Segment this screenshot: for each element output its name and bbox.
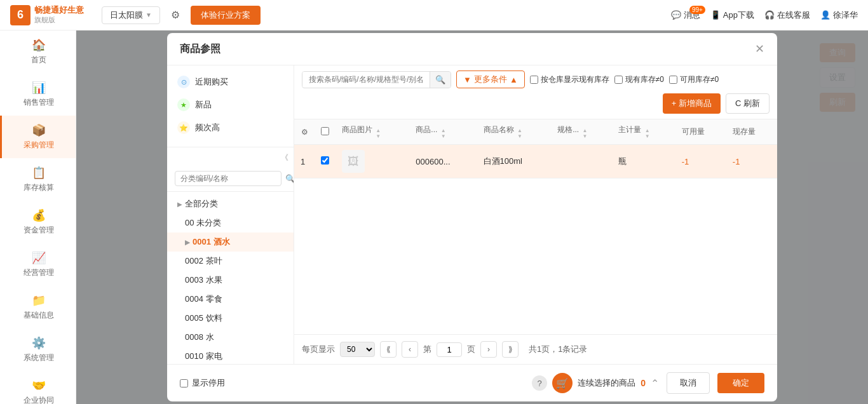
sidebar-item-sales-label: 销售管理	[24, 97, 54, 108]
topbar: 6 畅捷通好生意 旗舰版 日太阳膜 ▼ ⚙ 体验行业方案 💬 消息 99+ 📱 …	[0, 0, 868, 30]
message-icon: 💬	[671, 10, 681, 20]
sidebar-item-basic-label: 基础信息	[24, 310, 54, 321]
quick-access-freq[interactable]: ⭐ 频次高	[167, 116, 294, 139]
category-0004-label: 0004 零食	[185, 293, 222, 305]
expand-all-icon: ▶	[177, 201, 182, 208]
sidebar-item-finance[interactable]: 💰 资金管理	[0, 201, 76, 243]
category-item-0003[interactable]: 0003 水果	[167, 271, 294, 290]
confirm-button[interactable]: 确定	[717, 373, 764, 393]
collapse-sidebar-btn[interactable]: 《	[167, 150, 294, 166]
phone-icon: 📱	[710, 10, 721, 20]
page-number-input[interactable]	[437, 342, 462, 357]
settings-icon[interactable]: ⚙	[165, 5, 186, 25]
category-item-0001[interactable]: ▶ 0001 酒水	[167, 232, 294, 252]
show-disabled-checkbox[interactable]	[180, 379, 188, 387]
table-row[interactable]: 1 🖼 000600... 白酒100ml 瓶	[294, 145, 777, 178]
row-checkbox-cell[interactable]	[315, 145, 336, 178]
category-0001-label: 0001 酒水	[193, 236, 230, 248]
sort-code[interactable]: ▲▼	[441, 128, 446, 139]
page-next-button[interactable]: ›	[480, 341, 497, 358]
more-filter-button[interactable]: ▼ 更多条件 ▲	[456, 71, 525, 88]
sidebar-item-finance-label: 资金管理	[24, 225, 54, 236]
quick-access-recent[interactable]: ⊙ 近期购买	[167, 71, 294, 93]
sidebar-item-basic[interactable]: 📁 基础信息	[0, 286, 76, 328]
warehouse-filter[interactable]: 按仓库显示现有库存	[530, 74, 609, 85]
category-item-0010[interactable]: 0010 家电	[167, 347, 294, 364]
system-icon: ⚙️	[32, 336, 46, 350]
quick-access-new[interactable]: ★ 新品	[167, 93, 294, 116]
product-search-input[interactable]	[302, 72, 430, 87]
category-item-0004[interactable]: 0004 零食	[167, 290, 294, 309]
expand-0001-icon: ▶	[185, 239, 190, 246]
user-avatar[interactable]: 👤 徐泽华	[820, 10, 858, 21]
add-product-button[interactable]: + 新增商品	[663, 93, 721, 114]
trial-button[interactable]: 体验行业方案	[191, 6, 261, 25]
freq-icon: ⭐	[177, 121, 190, 134]
product-search-box: 🔍	[302, 71, 451, 88]
message-item[interactable]: 💬 消息 99+	[671, 10, 700, 21]
category-search-input[interactable]	[175, 171, 281, 186]
select-all-checkbox[interactable]	[321, 127, 329, 135]
sales-icon: 📊	[32, 81, 46, 95]
page-last-button[interactable]: ⟫	[502, 341, 519, 358]
logo-text: 畅捷通好生意	[34, 5, 84, 16]
sidebar-item-system[interactable]: ⚙️ 系统管理	[0, 328, 76, 371]
collapse-up-icon[interactable]: ⌃	[651, 377, 659, 389]
category-item-0002[interactable]: 0002 茶叶	[167, 252, 294, 271]
modal-title: 商品参照	[180, 43, 220, 56]
store-selector[interactable]: 日太阳膜 ▼	[102, 6, 160, 24]
message-badge: 99+	[689, 6, 705, 14]
category-item-0008[interactable]: 0008 水	[167, 328, 294, 347]
customer-service-item[interactable]: 🎧 在线客服	[764, 10, 810, 21]
warehouse-filter-checkbox[interactable]	[530, 76, 538, 84]
category-item-all[interactable]: ▶ 全部分类	[167, 194, 294, 213]
sidebar-item-home[interactable]: 🏠 首页	[0, 30, 76, 73]
sort-spec[interactable]: ▲▼	[583, 128, 588, 139]
modal-toolbar: 🔍 ▼ 更多条件 ▲ 按仓库显示现有库存	[294, 65, 777, 119]
th-code: 商品... ▲▼	[409, 119, 477, 145]
content-area: 查询 设置 刷新 商品参照 ✕ ⊙	[76, 30, 868, 404]
quick-access-new-label: 新品	[195, 99, 212, 111]
sort-name[interactable]: ▲▼	[517, 128, 522, 139]
th-spec: 规格... ▲▼	[551, 119, 612, 145]
sidebar-item-enterprise[interactable]: 🤝 企业协同	[0, 371, 76, 404]
row-checkbox[interactable]	[321, 156, 329, 165]
recent-icon: ⊙	[177, 76, 190, 88]
app-download-item[interactable]: 📱 App下载	[710, 10, 754, 21]
sidebar-item-inventory[interactable]: 📋 库存核算	[0, 158, 76, 201]
product-search-icon[interactable]: 🔍	[430, 72, 451, 88]
operations-icon: 📈	[32, 251, 46, 265]
stock-filter[interactable]: 现有库存≠0	[614, 74, 664, 85]
refresh-button[interactable]: C 刷新	[726, 93, 770, 114]
sidebar-item-system-label: 系统管理	[24, 353, 54, 363]
modal-footer: 显示停用 ? 🛒 连续选择的商品 0 ⌃ 取消 确定	[167, 364, 777, 401]
available-filter[interactable]: 可用库存≠0	[669, 74, 719, 85]
sort-image[interactable]: ▲▼	[376, 128, 381, 139]
stock-filter-checkbox[interactable]	[614, 76, 623, 84]
sidebar-item-operations[interactable]: 📈 经营管理	[0, 243, 76, 286]
help-icon[interactable]: ?	[532, 375, 547, 391]
logo-icon: 6	[10, 5, 31, 25]
cart-icon[interactable]: 🛒	[552, 373, 573, 393]
category-item-0005[interactable]: 0005 饮料	[167, 309, 294, 328]
modal-close-button[interactable]: ✕	[755, 42, 764, 56]
th-settings[interactable]: ⚙	[294, 119, 315, 145]
show-disabled-label[interactable]: 显示停用	[180, 377, 225, 389]
cancel-button[interactable]: 取消	[667, 372, 710, 394]
sidebar-item-procurement[interactable]: 📦 采购管理	[0, 116, 76, 158]
finance-icon: 💰	[32, 208, 46, 222]
sidebar-item-enterprise-label: 企业协同	[24, 395, 54, 404]
category-item-00[interactable]: 00 未分类	[167, 213, 294, 232]
category-search-icon[interactable]: 🔍	[285, 174, 294, 184]
row-name: 白酒100ml	[477, 145, 552, 178]
page-first-button[interactable]: ⟪	[380, 341, 397, 358]
quick-access-section: ⊙ 近期购买 ★ 新品 ⭐ 频次高	[167, 65, 294, 144]
page-size-select[interactable]: 50 20 100	[340, 342, 375, 357]
page-prev-button[interactable]: ‹	[402, 341, 418, 358]
enterprise-icon: 🤝	[32, 379, 46, 393]
category-all-label: 全部分类	[185, 198, 218, 210]
sidebar-item-sales[interactable]: 📊 销售管理	[0, 73, 76, 116]
available-filter-checkbox[interactable]	[669, 76, 677, 84]
sort-unit[interactable]: ▲▼	[645, 128, 650, 139]
quick-access-freq-label: 频次高	[195, 122, 220, 133]
